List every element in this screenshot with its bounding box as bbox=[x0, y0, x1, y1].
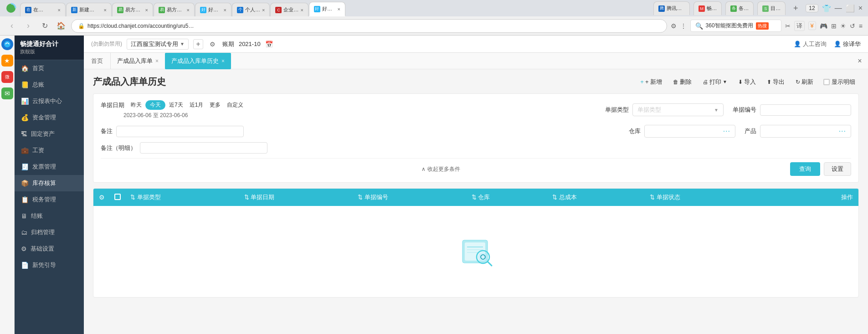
detail-remark-input[interactable] bbox=[140, 142, 267, 154]
translate-icon[interactable]: 译 bbox=[794, 21, 805, 31]
add-button[interactable]: + bbox=[193, 39, 203, 49]
type-filter-select[interactable]: 单据类型 ▼ bbox=[632, 103, 724, 116]
yesterday-btn[interactable]: 昨天 bbox=[128, 100, 144, 110]
search-bar[interactable]: 🔍 360智能抠图免费用 热搜 bbox=[690, 20, 781, 32]
show-fields-checkbox[interactable] bbox=[823, 79, 830, 85]
delete-button[interactable]: 🗑 删除 bbox=[668, 76, 696, 88]
list-tab-close[interactable]: × bbox=[155, 58, 159, 64]
breadcrumb-list-tab[interactable]: 产成品入库单 × bbox=[110, 53, 165, 69]
calendar-icon[interactable]: 📅 bbox=[265, 41, 273, 48]
tab-close[interactable]: × bbox=[262, 7, 265, 13]
forward-button[interactable]: › bbox=[22, 20, 35, 32]
browser-tab-active[interactable]: 好 好… × bbox=[309, 2, 345, 16]
browser-tab[interactable]: 易 易方… × bbox=[154, 3, 195, 16]
tab-close[interactable]: × bbox=[300, 7, 303, 13]
th-number[interactable]: ⇅ 单据编号 bbox=[352, 189, 466, 206]
sidebar-item-ledger[interactable]: 📒 总账 bbox=[15, 77, 84, 93]
today-btn[interactable]: 今天 bbox=[145, 100, 165, 110]
company-selector[interactable]: 江西服宝测试专用 ▼ bbox=[127, 39, 189, 50]
th-type[interactable]: ⇅ 单据类型 bbox=[125, 189, 239, 206]
th-warehouse[interactable]: ⇅ 仓库 bbox=[466, 189, 547, 206]
th-date[interactable]: ⇅ 单据日期 bbox=[239, 189, 353, 206]
import-button[interactable]: ⬇ 导入 bbox=[734, 76, 760, 88]
more-btn[interactable]: 更多 bbox=[207, 100, 223, 110]
breadcrumb-home[interactable]: 首页 bbox=[84, 53, 110, 69]
back-button[interactable]: ‹ bbox=[5, 20, 18, 32]
app-icon-chanjet[interactable] bbox=[1, 38, 13, 50]
remark-filter-input[interactable] bbox=[116, 126, 244, 137]
topbar-settings-button[interactable]: ⚙ bbox=[208, 39, 218, 49]
month-btn[interactable]: 近1月 bbox=[187, 100, 206, 110]
sidebar-item-settings[interactable]: ⚙ 基础设置 bbox=[15, 241, 84, 257]
th-total-cost[interactable]: ⇅ 总成本 bbox=[547, 189, 644, 206]
scissors-icon[interactable]: ✂ bbox=[785, 22, 791, 30]
history-tab-close[interactable]: × bbox=[221, 58, 225, 64]
sidebar-item-invoice[interactable]: 🧾 发票管理 bbox=[15, 159, 84, 175]
number-filter-input[interactable] bbox=[760, 104, 851, 116]
grid-icon[interactable]: ⊞ bbox=[831, 22, 837, 30]
tab-close[interactable]: × bbox=[104, 7, 107, 13]
search-button[interactable]: 查询 bbox=[790, 162, 820, 176]
user-avatar-button[interactable]: 👤 徐译华 bbox=[834, 40, 861, 48]
tab-close-active[interactable]: × bbox=[337, 6, 340, 12]
custom-btn[interactable]: 自定义 bbox=[224, 100, 246, 110]
address-input[interactable]: 🔒 https://cloud.chanjet.com/accounting/u… bbox=[71, 19, 667, 33]
extensions-icon[interactable]: ⚙ bbox=[671, 22, 677, 30]
tab-close[interactable]: × bbox=[187, 7, 190, 13]
sidebar-item-archive[interactable]: 🗂 归档管理 bbox=[15, 224, 84, 241]
sidebar-item-tax[interactable]: 📋 税务管理 bbox=[15, 191, 84, 208]
print-button[interactable]: 🖨 打印 ▼ bbox=[698, 76, 732, 88]
tab-close[interactable]: × bbox=[224, 7, 226, 13]
sidebar-item-report[interactable]: 📊 云报表中心 bbox=[15, 93, 84, 109]
new-button[interactable]: + + 新增 bbox=[636, 76, 667, 88]
week-btn[interactable]: 近7天 bbox=[166, 100, 186, 110]
window-shirt-icon[interactable]: 👕 bbox=[822, 4, 831, 13]
th-settings[interactable]: ⚙ bbox=[93, 189, 110, 206]
tab-s[interactable]: S 目… bbox=[757, 1, 786, 15]
sidebar-item-assets[interactable]: 🏗 固定资产 bbox=[15, 126, 84, 142]
refresh-page-button[interactable]: ↻ 刷新 bbox=[791, 76, 818, 88]
app-icon-weibo[interactable]: 微 bbox=[1, 71, 13, 83]
theme-icon[interactable]: ☀ bbox=[840, 22, 846, 30]
header-checkbox[interactable] bbox=[114, 194, 121, 200]
tab-close[interactable]: × bbox=[58, 7, 61, 13]
panel-close-button[interactable]: × bbox=[852, 53, 868, 69]
tab-ge[interactable]: 各 各… bbox=[725, 1, 754, 15]
back2-icon[interactable]: ↺ bbox=[850, 22, 855, 30]
sidebar-item-fund[interactable]: 💰 资金管理 bbox=[15, 109, 84, 126]
yuan-icon[interactable]: ¥ bbox=[808, 21, 816, 30]
export-button[interactable]: ⬆ 导出 bbox=[762, 76, 789, 88]
ai-service-button[interactable]: 👤 人工咨询 bbox=[794, 40, 827, 48]
menu-icon[interactable]: ⋮ bbox=[680, 22, 687, 30]
more-icon[interactable]: ≡ bbox=[859, 22, 863, 30]
collapse-button[interactable]: ∧ 收起更多条件 bbox=[101, 165, 781, 173]
window-close-button[interactable]: × bbox=[858, 4, 863, 12]
sidebar-item-new-voucher[interactable]: 📄 新凭引导 bbox=[15, 257, 84, 273]
product-filter-select[interactable]: ··· bbox=[760, 125, 851, 138]
th-checkbox[interactable] bbox=[110, 189, 125, 206]
home-button[interactable]: 🏠 bbox=[55, 20, 67, 32]
app-icon-orange[interactable]: ★ bbox=[1, 55, 13, 67]
browser-tab[interactable]: 好 好… × bbox=[195, 3, 231, 16]
breadcrumb-history-tab[interactable]: 产成品入库单历史 × bbox=[165, 53, 231, 69]
sidebar-item-salary[interactable]: 💼 工资 bbox=[15, 142, 84, 159]
tab-tencent[interactable]: 腾 腾讯… bbox=[653, 1, 690, 15]
window-maximize-button[interactable]: ⬜ bbox=[846, 4, 855, 13]
refresh-button[interactable]: ↻ bbox=[38, 20, 51, 32]
browser-tab[interactable]: 个 个人… × bbox=[232, 3, 270, 16]
show-fields-toggle[interactable]: 显示明细 bbox=[820, 76, 859, 88]
browser-tab[interactable]: C 企业… × bbox=[270, 3, 308, 16]
add-tab-button[interactable]: + bbox=[789, 2, 802, 15]
browser-tab[interactable]: 新 新建… × bbox=[66, 3, 112, 16]
tab-m[interactable]: M 畅… bbox=[693, 1, 722, 15]
filter-settings-button[interactable]: 设置 bbox=[824, 162, 851, 176]
tab-close[interactable]: × bbox=[145, 7, 148, 13]
th-status[interactable]: ⇅ 单据状态 bbox=[644, 189, 758, 206]
game-icon[interactable]: 🎮 bbox=[820, 22, 827, 30]
sidebar-item-home[interactable]: 🏠 首页 bbox=[15, 60, 84, 77]
warehouse-filter-select[interactable]: ··· bbox=[644, 125, 735, 138]
app-icon-mail[interactable]: ✉ bbox=[1, 87, 13, 99]
sidebar-item-inventory[interactable]: 📦 库存核算 bbox=[15, 175, 84, 191]
browser-tab[interactable]: 在 在… × bbox=[20, 3, 66, 16]
browser-tab[interactable]: 易 易方… × bbox=[112, 3, 153, 16]
